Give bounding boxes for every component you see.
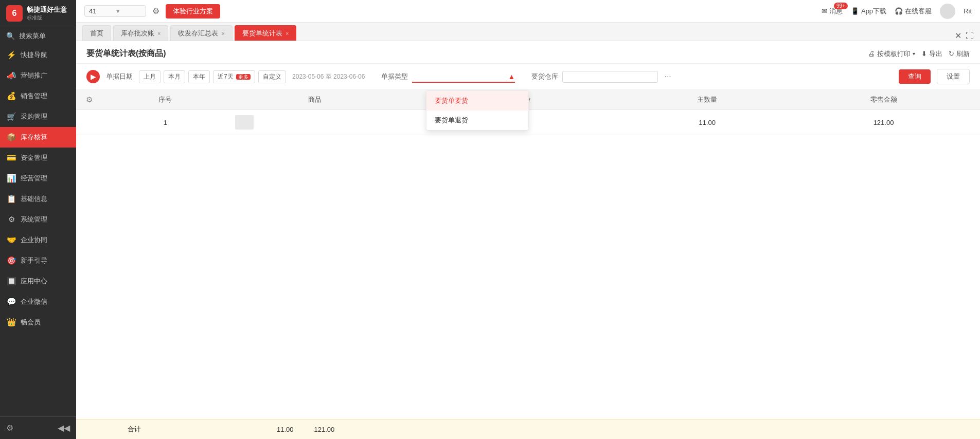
guide-icon: 🎯	[6, 256, 16, 265]
date-btn-this-year[interactable]: 本年	[188, 70, 210, 83]
tab-home[interactable]: 首页	[82, 25, 111, 41]
filter-expand-btn[interactable]: ▶	[86, 70, 100, 83]
company-name: 41	[89, 7, 114, 15]
print-button[interactable]: 🖨 按模板打印 ▾	[868, 49, 915, 59]
sidebar-item-sales[interactable]: 💰 销售管理	[0, 86, 76, 106]
table-footer: 合计 11.00 121.00	[76, 419, 980, 439]
row-checkbox-cell	[76, 110, 102, 135]
tabs-bar: 首页 库存批次账 × 收发存汇总表 × 要货单统计表 × ✕ ⛶	[76, 23, 980, 41]
warehouse-label: 要货仓库	[531, 72, 558, 81]
operations-icon: 📊	[6, 174, 16, 183]
tabs-maximize-btn[interactable]: ⛶	[966, 31, 974, 41]
tab-inventory-batch[interactable]: 库存批次账 ×	[113, 25, 168, 41]
sidebar-item-appstore[interactable]: 🔲 应用中心	[0, 271, 76, 291]
sidebar-item-operations[interactable]: 📊 经营管理	[0, 168, 76, 189]
tab-order-stats-close[interactable]: ×	[286, 30, 289, 36]
sidebar-search[interactable]: 🔍 搜索菜单	[0, 27, 76, 45]
dropdown-item-order-return[interactable]: 要货单退货	[426, 111, 528, 130]
main-area: 41 ▾ ⚙ 体验行业方案 ✉ 消息 99+ 📱 App下载 🎧 在线客服 Ri…	[76, 0, 980, 439]
tab-inventory-batch-label: 库存批次账	[121, 29, 154, 38]
settings-button[interactable]: 设置	[937, 69, 970, 84]
headset-icon: 🎧	[895, 7, 903, 15]
sidebar-item-label: 销售管理	[21, 92, 47, 101]
page-title: 要货单统计表(按商品)	[86, 48, 166, 59]
online-service-label: 在线客服	[905, 7, 932, 16]
sidebar-item-label: 采购管理	[21, 112, 47, 121]
promo-button[interactable]: 体验行业方案	[166, 4, 220, 19]
date-btn-this-month[interactable]: 本月	[164, 70, 185, 83]
sidebar-item-label: 营销推广	[21, 71, 47, 80]
export-icon: ⬇	[921, 50, 927, 58]
page-header: 要货单统计表(按商品) 🖨 按模板打印 ▾ ⬇ 导出 ↻ 刷新	[76, 41, 980, 64]
row-quantity: 11.00	[627, 110, 787, 135]
app-logo-icon: 6	[6, 5, 23, 22]
appstore-icon: 🔲	[6, 277, 16, 286]
sidebar-item-member[interactable]: 👑 畅会员	[0, 312, 76, 333]
sidebar-bottom: ⚙ ◀◀	[0, 416, 76, 439]
sidebar-item-label: 库存核算	[21, 133, 47, 142]
refresh-button[interactable]: ↻ 刷新	[949, 49, 970, 59]
refresh-icon: ↻	[949, 50, 954, 58]
type-select-arrow-icon[interactable]: ▲	[508, 72, 515, 81]
tabs-extra: ✕ ⛶	[955, 31, 974, 41]
quick-nav-icon: ⚡	[6, 50, 16, 60]
sidebar-settings-icon[interactable]: ⚙	[6, 423, 13, 433]
col-settings[interactable]: ⚙	[76, 90, 102, 110]
sidebar-item-label: 系统管理	[21, 215, 47, 224]
tab-summary-close[interactable]: ×	[221, 30, 224, 36]
query-button[interactable]: 查询	[899, 69, 931, 84]
sidebar-item-guide[interactable]: 🎯 新手引导	[0, 250, 76, 271]
company-select[interactable]: 41 ▾	[84, 5, 146, 17]
tab-home-label: 首页	[90, 29, 103, 38]
date-btn-custom[interactable]: 自定义	[258, 70, 286, 83]
footer-label: 合计	[86, 425, 277, 434]
finance-icon: 💳	[6, 153, 16, 162]
sidebar-item-system[interactable]: ⚙ 系统管理	[0, 209, 76, 230]
tab-inventory-batch-close[interactable]: ×	[157, 30, 161, 36]
purchase-icon: 🛒	[6, 112, 16, 121]
online-service-item[interactable]: 🎧 在线客服	[895, 7, 932, 16]
footer-amount: 121.00	[314, 426, 335, 433]
warehouse-input[interactable]	[562, 71, 658, 83]
app-download-item[interactable]: 📱 App下载	[851, 7, 886, 16]
sidebar-item-label: 新手引导	[21, 256, 47, 265]
sidebar-item-label: 企业微信	[21, 297, 47, 306]
tab-order-stats-label: 要货单统计表	[242, 29, 282, 38]
sidebar-item-purchase[interactable]: 🛒 采购管理	[0, 106, 76, 127]
date-range-text: 2023-05-06 至 2023-06-06	[292, 72, 365, 81]
inventory-icon: 📦	[6, 133, 16, 142]
sidebar-item-enterprise[interactable]: 🤝 企业协同	[0, 230, 76, 250]
tab-order-stats[interactable]: 要货单统计表 ×	[235, 25, 296, 41]
data-table-wrapper: ⚙ 序号 商品 主计量单位 主数量 零售金额 1	[76, 90, 980, 419]
product-image	[235, 115, 254, 130]
message-badge: 99+	[834, 3, 848, 9]
page-header-actions: 🖨 按模板打印 ▾ ⬇ 导出 ↻ 刷新	[868, 49, 970, 59]
tabs-close-all-btn[interactable]: ✕	[955, 31, 961, 41]
company-select-arrow: ▾	[116, 7, 141, 15]
sidebar-item-finance[interactable]: 💳 资金管理	[0, 148, 76, 168]
dropdown-item-order-request[interactable]: 要货单要货	[426, 91, 528, 111]
filter-more-icon[interactable]: ···	[664, 72, 671, 81]
print-dropdown-icon: ▾	[913, 51, 915, 57]
user-avatar[interactable]	[940, 4, 955, 19]
sidebar-logo: 6 畅捷通好生意 标准版	[0, 0, 76, 27]
sidebar-collapse-icon[interactable]: ◀◀	[58, 423, 70, 433]
sidebar-item-basic[interactable]: 📋 基础信息	[0, 189, 76, 209]
sidebar-item-label: 经营管理	[21, 174, 47, 183]
topbar-settings-icon[interactable]: ⚙	[152, 6, 159, 16]
message-item[interactable]: ✉ 消息 99+	[822, 7, 843, 16]
date-btn-last-month[interactable]: 上月	[139, 70, 161, 83]
col-amount: 零售金额	[787, 90, 980, 110]
date-btn-7days[interactable]: 近7天 更多	[213, 70, 255, 83]
sidebar-item-marketing[interactable]: 📣 营销推广	[0, 65, 76, 86]
topbar: 41 ▾ ⚙ 体验行业方案 ✉ 消息 99+ 📱 App下载 🎧 在线客服 Ri…	[76, 0, 980, 23]
export-button[interactable]: ⬇ 导出	[921, 49, 942, 59]
sidebar-search-label: 搜索菜单	[19, 31, 46, 41]
sidebar-item-wechat[interactable]: 💬 企业微信	[0, 291, 76, 312]
sidebar-item-inventory[interactable]: 📦 库存核算	[0, 127, 76, 148]
type-select-input[interactable]	[412, 71, 515, 83]
sidebar-item-quick-nav[interactable]: ⚡ 快捷导航	[0, 45, 76, 65]
topbar-right: ✉ 消息 99+ 📱 App下载 🎧 在线客服 Rit	[822, 4, 972, 19]
tab-summary[interactable]: 收发存汇总表 ×	[170, 25, 232, 41]
sidebar-logo-text: 畅捷通好生意 标准版	[27, 5, 67, 22]
